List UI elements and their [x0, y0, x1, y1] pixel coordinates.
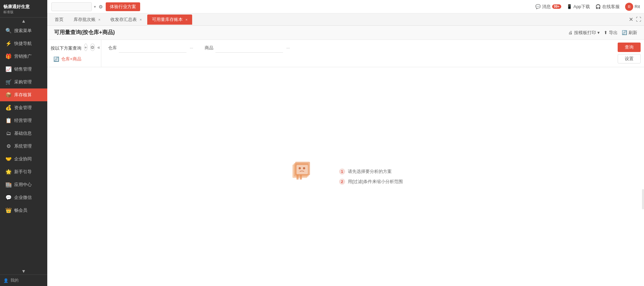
- refresh-btn[interactable]: 🔄 刷新: [622, 30, 637, 36]
- message-area[interactable]: 💬 消息 99+: [535, 4, 561, 10]
- sidebar-item-appstore[interactable]: 🏬 应用中心: [0, 178, 47, 191]
- sidebar-item-label: 企业协同: [14, 156, 32, 162]
- inventory-icon: 📦: [5, 92, 11, 98]
- export-icon: ⬆: [604, 30, 608, 35]
- sidebar-scroll-up[interactable]: ▲: [0, 18, 47, 24]
- print-chevron-icon: ▾: [597, 30, 600, 35]
- scheme-collapse-btn[interactable]: «: [98, 45, 100, 50]
- tab-expand-btn[interactable]: ⛶: [636, 17, 641, 23]
- sidebar-item-marketing[interactable]: 🎁 营销推广: [0, 50, 47, 63]
- topbar-chevron-icon[interactable]: ▾: [94, 4, 96, 9]
- sidebar-item-label: 经营管理: [14, 118, 32, 124]
- tab-close-btn[interactable]: ✕: [629, 16, 633, 23]
- phone-icon: 📱: [567, 4, 572, 9]
- trial-btn[interactable]: 体验行业方案: [106, 2, 140, 11]
- sidebar-item-basic[interactable]: 🗂 基础信息: [0, 127, 47, 140]
- query-action-btns: 查询 设置: [618, 43, 641, 63]
- svg-rect-7: [300, 175, 302, 179]
- topbar: ▾ ⚙ 体验行业方案 💬 消息 99+ 📱 App下载 🎧 在线客服 R Rit: [47, 0, 644, 14]
- sidebar-item-sales[interactable]: 📈 销售管理: [0, 63, 47, 76]
- sidebar-scroll-down[interactable]: ▼: [0, 268, 47, 275]
- scheme-add-btn[interactable]: +: [84, 44, 87, 51]
- sidebar-item-label: 应用中心: [14, 182, 32, 188]
- scheme-settings-btn[interactable]: ⚙: [90, 44, 95, 51]
- svg-rect-3: [297, 165, 308, 174]
- topbar-search-input[interactable]: [51, 2, 92, 11]
- right-edge-scrollbar[interactable]: [642, 189, 644, 209]
- goods-input[interactable]: [215, 43, 283, 53]
- sidebar-item-search[interactable]: 🔍 搜索菜单: [0, 24, 47, 37]
- goods-more-btn[interactable]: ···: [285, 46, 291, 50]
- settings-btn[interactable]: 设置: [618, 54, 641, 63]
- scheme-item-warehouse-goods[interactable]: 🔄 仓库+商品: [51, 55, 98, 63]
- page-header-actions: 🖨 按模板打印 ▾ ⬆ 导出 🔄 刷新: [568, 30, 637, 36]
- main: ▾ ⚙ 体验行业方案 💬 消息 99+ 📱 App下载 🎧 在线客服 R Rit: [47, 0, 644, 286]
- empty-hints: 1 请先选择要分析的方案 2 用[过滤]条件来缩小分析范围: [339, 168, 403, 185]
- query-btn[interactable]: 查询: [618, 43, 641, 52]
- tab-batch-account[interactable]: 库存批次账 ×: [69, 15, 105, 25]
- username-label: Rit: [635, 4, 640, 9]
- sidebar-items: 🔍 搜索菜单 ⚡ 快捷导航 🎁 营销推广 📈 销售管理 🛒 采购管理 📦 库存核…: [0, 24, 47, 268]
- system-icon: ⚙: [5, 143, 11, 149]
- sidebar-item-quick-nav[interactable]: ⚡ 快捷导航: [0, 37, 47, 50]
- tab-home[interactable]: 首页: [50, 15, 68, 25]
- corp-icon: 🤝: [5, 156, 11, 162]
- sidebar-item-label: 企业微信: [14, 194, 32, 201]
- content: 可用量查询(按仓库+商品) 🖨 按模板打印 ▾ ⬆ 导出 🔄 刷新: [47, 26, 644, 286]
- page-title: 可用量查询(按仓库+商品): [54, 29, 115, 36]
- filter-group-warehouse: 仓库 ···: [108, 43, 195, 53]
- goods-label: 商品: [205, 45, 213, 51]
- search-icon: 🔍: [5, 28, 11, 34]
- warehouse-label: 仓库: [108, 45, 117, 51]
- empty-hint-2: 2 用[过滤]条件来缩小分析范围: [339, 179, 403, 185]
- tab-recv-summary-close[interactable]: ×: [139, 18, 141, 22]
- sidebar-item-label: 基础信息: [14, 130, 32, 136]
- export-btn[interactable]: ⬆ 导出: [604, 30, 618, 36]
- sidebar-item-inventory[interactable]: 📦 库存核算: [0, 88, 47, 101]
- sidebar-item-label: 新手引导: [14, 169, 32, 175]
- query-container: 按以下方案查询 + ⚙ « 🔄 仓库+商品 仓库: [47, 40, 644, 67]
- tab-recv-summary[interactable]: 收发存汇总表 ×: [106, 15, 146, 25]
- filter-fields: 仓库 ··· 商品 ···: [108, 43, 610, 53]
- tab-available-book-close[interactable]: ×: [185, 18, 187, 22]
- app-download-area[interactable]: 📱 App下载: [567, 4, 590, 10]
- warehouse-input[interactable]: [119, 43, 186, 53]
- vip-icon: 👑: [5, 207, 11, 213]
- sidebar-footer[interactable]: 👤 我的: [0, 275, 47, 286]
- sidebar-header: 畅康通好生意 标准版: [0, 0, 47, 18]
- sidebar-item-system[interactable]: ⚙ 系统管理: [0, 140, 47, 153]
- sidebar-item-label: 搜索菜单: [14, 28, 32, 34]
- empty-illustration: [288, 156, 329, 197]
- brand-sub: 标准版: [3, 10, 44, 15]
- svg-point-5: [303, 167, 305, 169]
- sidebar-item-corp[interactable]: 🤝 企业协同: [0, 153, 47, 165]
- svg-rect-6: [297, 175, 299, 179]
- online-cs-area[interactable]: 🎧 在线客服: [595, 4, 620, 10]
- page-header: 可用量查询(按仓库+商品) 🖨 按模板打印 ▾ ⬆ 导出 🔄 刷新: [47, 26, 644, 40]
- filter-group-goods: 商品 ···: [205, 43, 291, 53]
- topbar-search-area: ▾: [51, 2, 96, 11]
- sidebar-item-operation[interactable]: 📋 经营管理: [0, 114, 47, 127]
- sidebar-item-finance[interactable]: 💰 资金管理: [0, 101, 47, 114]
- print-btn[interactable]: 🖨 按模板打印 ▾: [568, 30, 600, 36]
- export-label: 导出: [609, 30, 618, 36]
- sidebar-item-newuser[interactable]: 🌟 新手引导: [0, 165, 47, 178]
- sidebar-item-vip[interactable]: 👑 畅会员: [0, 204, 47, 217]
- sidebar-footer-icon: 👤: [3, 278, 8, 283]
- warehouse-more-btn[interactable]: ···: [188, 46, 195, 50]
- sidebar-item-label: 库存核算: [14, 92, 32, 98]
- basic-icon: 🗂: [5, 130, 11, 136]
- print-label: 按模板打印: [574, 30, 596, 36]
- topbar-right: 💬 消息 99+ 📱 App下载 🎧 在线客服 R Rit: [535, 3, 640, 11]
- sidebar-item-wechat[interactable]: 💬 企业微信: [0, 191, 47, 204]
- tab-batch-account-close[interactable]: ×: [98, 18, 100, 22]
- empty-hint-1: 1 请先选择要分析的方案: [339, 168, 403, 175]
- sidebar-item-purchase[interactable]: 🛒 采购管理: [0, 76, 47, 88]
- finance-icon: 💰: [5, 105, 11, 111]
- user-area[interactable]: R Rit: [625, 3, 640, 11]
- wechat-icon: 💬: [5, 194, 11, 201]
- topbar-gear-icon[interactable]: ⚙: [99, 4, 103, 9]
- tab-recv-summary-label: 收发存汇总表: [110, 17, 137, 23]
- scheme-label: 按以下方案查询: [51, 43, 81, 51]
- tab-available-book[interactable]: 可用量库存账本 ×: [147, 15, 192, 25]
